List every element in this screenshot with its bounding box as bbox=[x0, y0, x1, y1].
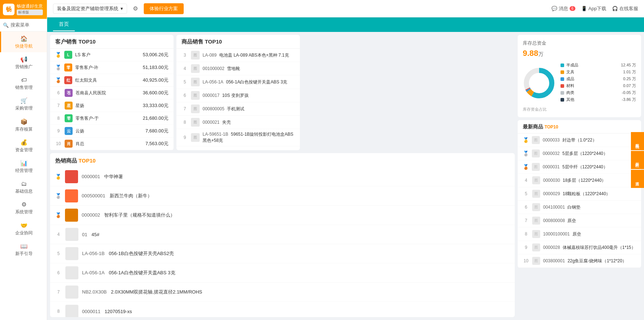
new-product-row[interactable]: 9 图 0000028 体械嘉枝味苏打饮品400毫升（1*15） bbox=[518, 241, 641, 254]
hot-product-row[interactable]: 🥉 0000002 智利车子里（规格不知道填什么） bbox=[50, 206, 515, 225]
float-btn-0[interactable]: 客服热线 bbox=[631, 132, 644, 150]
sidebar-item-system[interactable]: ⚙ 系统管理 bbox=[0, 197, 47, 218]
new-product-info: 0000033 封边带（1.0*22） bbox=[543, 137, 636, 143]
new-product-row[interactable]: 6 图 004100001 白钢垫 bbox=[518, 201, 641, 214]
hot-product-row[interactable]: 6 LA-056-1A 056-1A白色按键开关盖ABS 3克 bbox=[50, 263, 515, 283]
customer-avatar: 苍 bbox=[65, 89, 73, 97]
sidebar-item-home[interactable]: 🏠 快捷导航 bbox=[0, 32, 47, 52]
rank-num: 4 bbox=[182, 66, 188, 71]
sidebar-item-operation[interactable]: 📊 经营管理 bbox=[0, 156, 47, 177]
legend-dot bbox=[561, 77, 564, 81]
nav-icon-guide: 📖 bbox=[20, 243, 28, 250]
product-image: 图 bbox=[191, 118, 200, 127]
online-service-item[interactable]: 🎧 在线客服 bbox=[612, 5, 638, 12]
app-download-item[interactable]: 📱 App下载 bbox=[581, 5, 606, 12]
trial-button[interactable]: 体验行业方案 bbox=[144, 3, 184, 14]
rank-num: 5 bbox=[182, 79, 188, 85]
customer-row[interactable]: 7 星 星扬 33,333.00元 bbox=[50, 99, 174, 112]
legend-value: 0.07 万 bbox=[623, 83, 636, 89]
customer-row[interactable]: 🥇 L LS 客户 53,006.26元 bbox=[50, 49, 174, 61]
float-btn-1[interactable]: 服务社区 bbox=[631, 151, 644, 169]
hot-product-code: 01 bbox=[82, 232, 87, 237]
new-product-row[interactable]: 🥈 图 0000032 5层多层（1220*2440） bbox=[518, 147, 641, 160]
customer-row[interactable]: 🥉 红 红太阳文具 40,925.00元 bbox=[50, 74, 174, 87]
nav-label-guide: 新手引导 bbox=[15, 251, 33, 256]
customer-row[interactable]: 6 苍 苍南县人民医院 36,600.00元 bbox=[50, 87, 174, 99]
hot-product-row[interactable]: 7 NB2.0X30B 2.0X30MM双搓花轴,搓花直径2.1MM/ROHS bbox=[50, 283, 515, 302]
sidebar-item-finance[interactable]: 💰 资金管理 bbox=[0, 135, 47, 156]
new-product-name: 原垒 bbox=[572, 231, 581, 237]
rank-num: 10 bbox=[55, 141, 62, 146]
new-product-info: 004100001 白钢垫 bbox=[543, 204, 636, 210]
sidebar-logo[interactable]: 畅 畅捷通好生意 标准版 bbox=[0, 0, 47, 19]
logo-icon: 畅 bbox=[3, 4, 15, 15]
customer-row[interactable]: 8 零 零售客户-于 21,680.00元 bbox=[50, 112, 174, 125]
customer-row[interactable]: 9 云 云扬 7,680.00元 bbox=[50, 125, 174, 138]
search-icon: 🔍 bbox=[3, 22, 9, 28]
settings-icon[interactable]: ⚙ bbox=[131, 3, 140, 14]
hot-product-image bbox=[65, 305, 78, 317]
logo-badge: 标准版 bbox=[17, 9, 43, 15]
product-row[interactable]: 8 图 0000021 夹壳 bbox=[176, 116, 300, 129]
customer-row[interactable]: 10 肖 肖总 7,563.00元 bbox=[50, 138, 174, 150]
product-row[interactable]: 4 图 001000002 雪地靴 bbox=[176, 62, 300, 75]
home-tab[interactable]: 首页 bbox=[53, 18, 75, 31]
product-row[interactable]: 5 图 LA-056-1A 056-1A白色按键开关盖ABS 3克 bbox=[176, 75, 300, 89]
product-row[interactable]: 6 图 0000017 10S 变刹罗孩 bbox=[176, 89, 300, 102]
float-btn-2[interactable]: 直播 bbox=[631, 170, 644, 188]
product-name: 10S 变刹罗孩 bbox=[222, 93, 249, 98]
sidebar-item-basic[interactable]: 🗂 基础信息 bbox=[0, 177, 47, 197]
sidebar-item-marketing[interactable]: 📢 营销推广 bbox=[0, 52, 47, 73]
hot-product-row[interactable]: 4 01 45# bbox=[50, 225, 515, 244]
message-item[interactable]: 💬 消息 6 bbox=[551, 5, 575, 12]
product-image: 图 bbox=[191, 78, 200, 86]
customer-row[interactable]: 🥈 零 零售客户-许 51,183.00元 bbox=[50, 61, 174, 74]
right-panel: 库存总资金 9.88万 bbox=[518, 35, 641, 317]
topbar: 装备及固定资产辅助管理系统 ▾ ⚙ 体验行业方案 💬 消息 6 📱 App下载 … bbox=[47, 0, 644, 17]
product-name: 056-1A白色按键开关盖ABS 3克 bbox=[226, 79, 288, 85]
new-product-row[interactable]: 10 图 003800001 22g鱼豆腐-烧烤味（1*12*20） bbox=[518, 254, 641, 268]
new-product-row[interactable]: 🥇 图 0000033 封边带（1.0*22） bbox=[518, 134, 641, 147]
sidebar-search[interactable]: 🔍 搜索菜单 bbox=[0, 19, 47, 32]
sidebar-item-inventory[interactable]: 📦 库存核算 bbox=[0, 115, 47, 135]
new-product-info: 0000032 5层多层（1220*2440） bbox=[543, 151, 636, 157]
product-row[interactable]: 7 图 000800005 手机测试 bbox=[176, 102, 300, 116]
customer-avatar: 红 bbox=[64, 76, 72, 84]
product-name: 夹壳 bbox=[222, 120, 231, 125]
inventory-title: 库存总资金 bbox=[523, 40, 636, 46]
new-product-row[interactable]: 🥉 图 0000031 5层中纤（1220*2440） bbox=[518, 160, 641, 174]
rank-num: 5 bbox=[55, 251, 62, 256]
new-product-row[interactable]: 8 图 10000100001 原垒 bbox=[518, 227, 641, 241]
new-product-row[interactable]: 4 图 0000030 18多层（1220*2440） bbox=[518, 174, 641, 187]
product-row[interactable]: 3 图 LA-089 电池盖 LA-089 ABS本色+黑种 7.1克 bbox=[176, 49, 300, 62]
customer-avatar: L bbox=[64, 51, 72, 59]
legend-dot bbox=[561, 91, 564, 95]
rank-num: 6 bbox=[55, 270, 62, 275]
legend-value: -3.86 万 bbox=[622, 97, 636, 102]
hot-product-code: 0000011 bbox=[82, 309, 101, 314]
logo-text-area: 畅捷通好生意 标准版 bbox=[17, 4, 43, 15]
donut-chart bbox=[523, 67, 555, 99]
hot-product-row[interactable]: 5 LA-056-1B 056-1B白色按键开关壳ABS2壳 bbox=[50, 244, 515, 263]
sidebar-item-guide[interactable]: 📖 新手引导 bbox=[0, 239, 47, 260]
customer-avatar: 零 bbox=[64, 63, 72, 71]
hot-product-code: 0000002 bbox=[82, 212, 100, 218]
sidebar-item-purchase[interactable]: 🛒 采购管理 bbox=[0, 94, 47, 114]
sidebar-item-coop[interactable]: 🤝 企业协同 bbox=[0, 218, 47, 239]
hot-product-info: 0000001 中华神薯 bbox=[82, 173, 510, 180]
new-product-code: 0000033 bbox=[543, 138, 560, 143]
app-selector[interactable]: 装备及固定资产辅助管理系统 ▾ bbox=[53, 4, 127, 14]
new-product-row[interactable]: 7 图 000800008 原垒 bbox=[518, 214, 641, 227]
rank-num: 6 bbox=[55, 90, 62, 95]
new-product-name: 封边带（1.0*22） bbox=[562, 138, 597, 143]
hot-product-row[interactable]: 🥇 0000001 中华神薯 bbox=[50, 167, 515, 186]
product-row[interactable]: 9 图 LA-59651-1B 59651-1B旋转投影灯电池盒ABS黑色+58… bbox=[176, 129, 300, 146]
rank-num: 4 bbox=[523, 178, 529, 183]
customer-name: 星扬 bbox=[76, 103, 140, 109]
legend-value: 12.45 万 bbox=[621, 62, 636, 68]
customer-amount: 53,006.26元 bbox=[143, 52, 168, 58]
hot-product-row[interactable]: 🥈 000500001 新西兰牛肉（新牛） bbox=[50, 186, 515, 206]
sidebar-item-sales[interactable]: 🏷 销售管理 bbox=[0, 73, 47, 94]
hot-product-row[interactable]: 8 0000011 12070519-xs bbox=[50, 302, 515, 317]
new-product-row[interactable]: 5 图 0000029 18颗粒板（1220*2440） bbox=[518, 187, 641, 201]
